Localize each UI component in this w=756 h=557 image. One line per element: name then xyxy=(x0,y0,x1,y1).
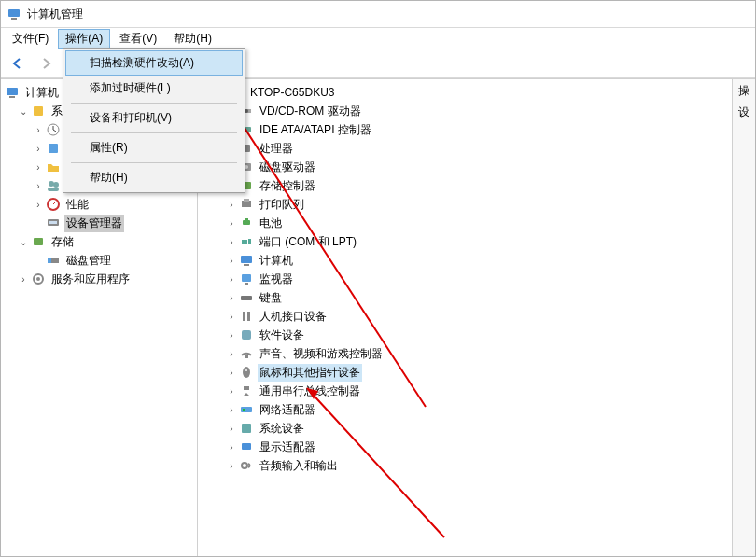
menu-file[interactable]: 文件(F) xyxy=(5,29,56,49)
expander-closed-icon[interactable]: › xyxy=(226,292,237,303)
expander-closed-icon[interactable]: › xyxy=(226,367,237,378)
device-category[interactable]: ›系统设备 xyxy=(198,419,732,438)
device-category[interactable]: ›计算机 xyxy=(198,251,732,270)
back-button[interactable] xyxy=(7,52,29,75)
expander-closed-icon[interactable]: › xyxy=(33,161,44,173)
expander-open-icon[interactable]: ⌄ xyxy=(18,236,29,247)
menu-view[interactable]: 查看(V) xyxy=(112,29,164,49)
expander-closed-icon[interactable]: › xyxy=(226,236,237,247)
expander-spacer xyxy=(33,217,44,229)
device-label: IDE ATA/ATAPI 控制器 xyxy=(258,121,373,139)
tree-label: 存储 xyxy=(49,233,76,251)
device-category[interactable]: ›鼠标和其他指针设备 xyxy=(198,363,732,382)
tree-label: 性能 xyxy=(64,196,91,214)
device-category-icon xyxy=(239,272,254,286)
device-category[interactable]: ›存储控制器 xyxy=(198,176,732,195)
device-category[interactable]: ›端口 (COM 和 LPT) xyxy=(198,232,732,251)
expander-closed-icon[interactable]: › xyxy=(226,329,237,341)
svg-rect-44 xyxy=(242,330,251,340)
menu-help[interactable]: 帮助(H) xyxy=(166,29,219,49)
device-category[interactable]: ›人机接口设备 xyxy=(198,307,732,326)
dropdown-scan-hardware[interactable]: 扫描检测硬件改动(A) xyxy=(65,50,243,76)
expander-closed-icon[interactable]: › xyxy=(226,255,237,266)
device-root[interactable]: ⌄KTOP-C65DKU3 xyxy=(198,83,732,102)
svg-rect-13 xyxy=(48,188,59,191)
expander-closed-icon[interactable]: › xyxy=(226,273,237,285)
device-tree-pane: ⌄KTOP-C65DKU3 ›VD/CD-ROM 驱动器›IDE ATA/ATA… xyxy=(198,79,732,556)
expander-closed-icon[interactable]: › xyxy=(33,143,44,154)
expander-closed-icon[interactable]: › xyxy=(226,217,237,229)
expander-closed-icon[interactable]: › xyxy=(226,385,237,397)
dropdown-separator xyxy=(71,103,237,104)
expander-closed-icon[interactable]: › xyxy=(226,404,237,415)
device-category[interactable]: ›磁盘驱动器 xyxy=(198,158,732,176)
dropdown-separator xyxy=(71,162,237,163)
computer-management-window: 计算机管理 文件(F) 操作(A) 查看(V) 帮助(H) 扫描检测硬件改动(A… xyxy=(0,0,756,557)
device-category[interactable]: ›键盘 xyxy=(198,288,732,307)
tree-disk-management[interactable]: 磁盘管理 xyxy=(1,251,197,270)
services-icon xyxy=(31,272,46,286)
expander-closed-icon[interactable]: › xyxy=(226,348,237,359)
expander-closed-icon[interactable]: › xyxy=(226,311,237,322)
actions-header: 操 xyxy=(738,83,749,99)
dropdown-devices-printers[interactable]: 设备和打印机(V) xyxy=(65,105,243,131)
device-category-icon xyxy=(239,383,254,398)
device-category[interactable]: ›通用串行总线控制器 xyxy=(198,382,732,400)
svg-rect-43 xyxy=(247,312,250,321)
device-category[interactable]: ›网络适配器 xyxy=(198,400,732,419)
tree-services[interactable]: ›服务和应用程序 xyxy=(1,270,197,288)
expander-closed-icon[interactable]: › xyxy=(18,273,29,285)
expander-closed-icon[interactable]: › xyxy=(226,423,237,434)
svg-rect-36 xyxy=(248,239,251,244)
folder-icon xyxy=(46,160,61,174)
tree-storage[interactable]: ⌄存储 xyxy=(1,232,197,251)
device-category[interactable]: ›显示适配器 xyxy=(198,438,732,456)
actions-settings[interactable]: 设 xyxy=(738,104,749,120)
device-category-icon xyxy=(239,346,254,361)
device-label: 监视器 xyxy=(258,271,295,288)
device-category[interactable]: ›打印队列 xyxy=(198,195,732,214)
expander-closed-icon[interactable]: › xyxy=(33,199,44,210)
expander-closed-icon[interactable]: › xyxy=(33,180,44,191)
device-category[interactable]: ›电池 xyxy=(198,214,732,232)
dropdown-help[interactable]: 帮助(H) xyxy=(65,165,243,190)
menu-action[interactable]: 操作(A) xyxy=(58,29,110,49)
expander-closed-icon[interactable]: › xyxy=(226,199,237,210)
forward-button[interactable] xyxy=(35,52,57,75)
device-category-icon xyxy=(239,290,254,305)
device-label: 音频输入和输出 xyxy=(258,457,340,475)
expander-open-icon[interactable]: ⌄ xyxy=(18,105,29,117)
device-category[interactable]: ›监视器 xyxy=(198,270,732,288)
tree-device-manager[interactable]: 设备管理器 xyxy=(1,214,197,232)
svg-rect-1 xyxy=(11,18,17,20)
tree-performance[interactable]: ›性能 xyxy=(1,195,197,214)
svg-rect-51 xyxy=(242,424,251,433)
action-dropdown: 扫描检测硬件改动(A) 添加过时硬件(L) 设备和打印机(V) 属性(R) 帮助… xyxy=(63,48,245,193)
svg-rect-17 xyxy=(34,238,43,245)
actions-pane: 操 设 xyxy=(732,79,755,556)
svg-rect-16 xyxy=(49,221,57,224)
device-category[interactable]: ›VD/CD-ROM 驱动器 xyxy=(198,102,732,120)
tree-label: 服务和应用程序 xyxy=(49,271,132,288)
dropdown-properties[interactable]: 属性(R) xyxy=(65,135,243,160)
device-category[interactable]: ›软件设备 xyxy=(198,326,732,344)
expander-closed-icon[interactable]: › xyxy=(226,441,237,453)
device-category[interactable]: ›处理器 xyxy=(198,139,732,158)
device-category-icon xyxy=(239,421,254,436)
window-title: 计算机管理 xyxy=(27,7,83,22)
device-category[interactable]: ›IDE ATA/ATAPI 控制器 xyxy=(198,120,732,139)
device-label: 鼠标和其他指针设备 xyxy=(258,364,362,382)
svg-rect-32 xyxy=(244,199,249,202)
device-category-icon xyxy=(239,234,254,249)
svg-rect-0 xyxy=(8,9,20,17)
svg-point-53 xyxy=(242,463,247,468)
expander-closed-icon[interactable]: › xyxy=(226,460,237,471)
svg-rect-35 xyxy=(242,240,247,244)
device-category[interactable]: ›声音、视频和游戏控制器 xyxy=(198,344,732,363)
device-category-icon xyxy=(239,253,254,268)
expander-closed-icon[interactable]: › xyxy=(33,124,44,135)
device-category[interactable]: ›音频输入和输出 xyxy=(198,456,732,475)
svg-rect-31 xyxy=(242,201,251,207)
dropdown-add-legacy[interactable]: 添加过时硬件(L) xyxy=(65,76,243,101)
device-label: 人机接口设备 xyxy=(258,308,329,326)
